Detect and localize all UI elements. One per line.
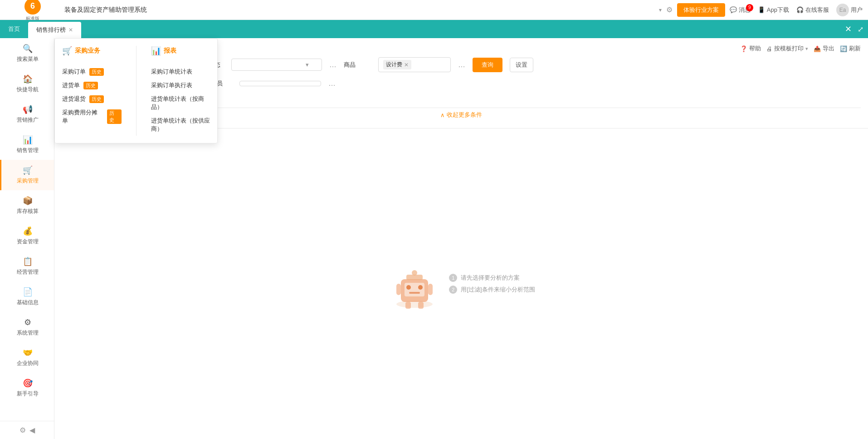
incoming-history-badge: 历史 (83, 82, 98, 89)
sidebar-item-nav[interactable]: 🏠 快捷导航 (0, 69, 54, 99)
refresh-button[interactable]: 🔄 刷新 (840, 44, 861, 53)
help-icon: ❓ (740, 45, 747, 52)
svg-rect-9 (428, 284, 433, 295)
menu-item-expense[interactable]: 采购费用分摊单 历史 (62, 106, 122, 128)
service-button[interactable]: 🎧 在线客服 (796, 6, 829, 14)
goods-input[interactable]: 设计费 ✕ (378, 57, 451, 72)
avatar: Ea (836, 4, 849, 16)
menu-item-purchase-stat[interactable]: 采购订单统计表 (151, 65, 210, 79)
sidebar-item-search[interactable]: 🔍 搜索菜单 (0, 38, 54, 69)
svg-rect-11 (418, 302, 424, 309)
finance-icon: 💰 (23, 226, 33, 236)
sidebar-item-basic[interactable]: 📄 基础信息 (0, 281, 54, 312)
purchase-exec-label: 采购订单执行表 (151, 81, 192, 89)
message-button[interactable]: 💬 消息 9 (730, 6, 751, 14)
expense-label: 采购费用分摊单 (62, 109, 103, 125)
tab-sales-ranking-label: 销售排行榜 (36, 26, 66, 34)
app-download-button[interactable]: 📱 App下载 (758, 6, 789, 14)
empty-content: 1 请先选择要分析的方案 2 用[过滤]条件来缩小分析范围 (387, 256, 535, 311)
tab-home[interactable]: 首页 (0, 20, 28, 38)
sidebar-item-inventory[interactable]: 📦 库存核算 (0, 190, 54, 221)
phone-icon: 📱 (758, 6, 765, 13)
refresh-icon: 🔄 (840, 45, 847, 52)
tab-home-label: 首页 (8, 25, 20, 33)
settings-icon[interactable]: ⚙ (666, 5, 673, 14)
settings-small-button[interactable]: 设置 (510, 58, 533, 72)
salesperson-input[interactable] (239, 81, 321, 86)
home-icon: 🏠 (23, 74, 33, 84)
svg-rect-10 (405, 302, 411, 309)
sidebar-item-finance[interactable]: 💰 资金管理 (0, 221, 54, 251)
print-icon: 🖨 (766, 45, 772, 52)
export-button[interactable]: 📤 导出 (814, 44, 834, 53)
svg-rect-5 (409, 292, 420, 294)
purchase-section-title: 🛒 采购业务 (62, 46, 122, 59)
headset-icon: 🎧 (796, 6, 804, 13)
system-dropdown-arrow[interactable]: ▾ (659, 7, 662, 13)
goods-tag-close-icon[interactable]: ✕ (404, 62, 409, 68)
svg-rect-2 (405, 283, 424, 296)
query-button[interactable]: 查询 (473, 58, 502, 72)
industry-button[interactable]: 体验行业方案 (677, 3, 725, 17)
menu-item-purchase-order[interactable]: 采购订单 历史 (62, 65, 122, 79)
purchase-section-label: 采购业务 (75, 47, 100, 55)
sidebar-operations-label: 经营管理 (17, 268, 39, 276)
sidebar-nav-label: 快捷导航 (17, 86, 39, 94)
service-label: 在线客服 (805, 6, 829, 14)
sidebar-search-label: 搜索菜单 (17, 55, 39, 63)
incoming-stat-goods-label: 进货单统计表（按商品） (151, 95, 210, 111)
goods-tag: 设计费 ✕ (383, 60, 411, 69)
hint-text-1: 请先选择要分析的方案 (461, 274, 520, 282)
tabbar-expand-icon[interactable]: ⤢ (858, 25, 863, 34)
topbar: 6 标准版 装备及固定资产辅助管理系统 ▾ ⚙ 体验行业方案 💬 消息 9 📱 … (0, 0, 868, 20)
sidebar-item-newbie[interactable]: 🎯 新手引导 (0, 373, 54, 403)
sidebar-newbie-label: 新手引导 (17, 390, 39, 398)
sidebar-item-system[interactable]: ⚙ 系统管理 (0, 312, 54, 342)
tab-sales-ranking[interactable]: 销售排行榜 ✕ (28, 22, 81, 38)
empty-state: 1 请先选择要分析的方案 2 用[过滤]条件来缩小分析范围 (54, 128, 868, 439)
doc-status-dropdown-icon: ▾ (306, 61, 309, 68)
goods-tag-value: 设计费 (386, 61, 402, 69)
sidebar-item-purchase[interactable]: 🛒 采购管理 (0, 160, 54, 190)
print-button[interactable]: 🖨 按模板打印 ▾ (766, 44, 808, 53)
doc-status-select[interactable]: ▾ (231, 59, 322, 71)
hint-text-2: 用[过滤]条件来缩小分析范围 (461, 286, 535, 294)
app-label: App下载 (767, 6, 789, 14)
menu-item-purchase-exec[interactable]: 采购订单执行表 (151, 79, 210, 92)
sidebar-purchase-label: 采购管理 (17, 177, 39, 185)
purchase-dropdown-menu: 🛒 采购业务 采购订单 历史 进货单 历史 进货退货 历史 采购费用分摊单 历史… (54, 38, 218, 143)
incoming-label: 进货单 (62, 81, 80, 89)
system-title: 装备及固定资产辅助管理系统 (64, 6, 654, 14)
menu-item-return[interactable]: 进货退货 历史 (62, 92, 122, 106)
marketing-icon: 📢 (23, 104, 33, 114)
doc-status-ellipsis[interactable]: … (329, 61, 336, 69)
sidebar-settings-icon[interactable]: ⚙ (20, 426, 26, 434)
menu-item-incoming[interactable]: 进货单 历史 (62, 79, 122, 92)
tabbar-close-icon[interactable]: ✕ (845, 24, 852, 34)
help-button[interactable]: ❓ 帮助 (740, 44, 761, 53)
menu-item-incoming-stat-goods[interactable]: 进货单统计表（按商品） (151, 92, 210, 114)
goods-ellipsis[interactable]: … (458, 61, 465, 69)
menu-item-incoming-stat-supplier[interactable]: 进货单统计表（按供应商） (151, 114, 210, 136)
operations-icon: 📋 (23, 256, 33, 266)
purchase-order-history-badge: 历史 (89, 68, 104, 76)
svg-point-7 (412, 270, 417, 276)
purchase-section: 🛒 采购业务 采购订单 历史 进货单 历史 进货退货 历史 采购费用分摊单 历史 (62, 46, 122, 136)
sidebar-item-marketing[interactable]: 📢 营销推广 (0, 99, 54, 129)
sidebar-item-sales[interactable]: 📊 销售管理 (0, 129, 54, 160)
user-button[interactable]: Ea 用户 (836, 4, 863, 16)
tab-close-icon[interactable]: ✕ (68, 27, 73, 33)
return-label: 进货退货 (62, 95, 86, 103)
sidebar-item-enterprise[interactable]: 🤝 企业协同 (0, 342, 54, 373)
menu-divider (136, 46, 137, 136)
sidebar-collapse-icon[interactable]: ◀ (29, 426, 35, 434)
enterprise-icon: 🤝 (23, 348, 33, 358)
goods-label: 商品 (344, 61, 371, 69)
sidebar-system-label: 系统管理 (17, 329, 39, 337)
salesperson-ellipsis[interactable]: … (328, 79, 336, 88)
logo-icon: 6 (24, 0, 41, 15)
sidebar-item-operations[interactable]: 📋 经营管理 (0, 251, 54, 281)
basic-icon: 📄 (23, 287, 33, 297)
print-dropdown-icon[interactable]: ▾ (805, 46, 808, 52)
sidebar-sales-label: 销售管理 (17, 147, 39, 154)
